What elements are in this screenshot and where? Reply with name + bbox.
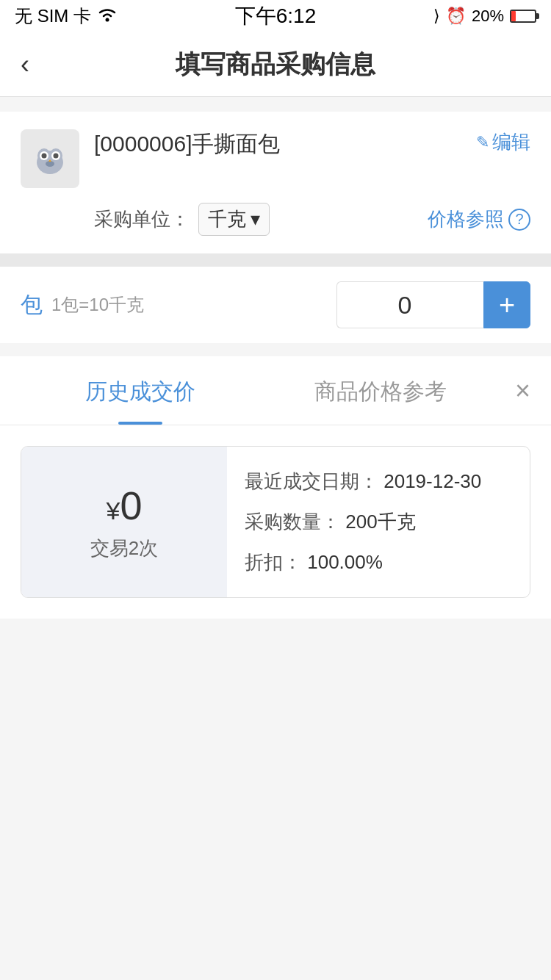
dropdown-arrow-icon: ▾	[251, 208, 260, 231]
product-thumbnail	[21, 129, 79, 188]
recent-date-row: 最近成交日期： 2019-12-30	[245, 467, 512, 496]
svg-point-0	[106, 18, 109, 22]
quantity-left: 包 1包=10千克	[21, 290, 144, 320]
question-icon: ?	[508, 209, 530, 231]
main-content: [0000006]手撕面包 ✎ 编辑 采购单位： 千克 ▾ 价格参照 ?	[0, 112, 551, 980]
status-bar-time: 下午6:12	[235, 2, 317, 30]
alarm-icon: ⏰	[446, 7, 466, 26]
purchase-quantity-row: 采购数量： 200千克	[245, 508, 512, 536]
wifi-icon	[97, 6, 118, 26]
recent-date-value: 2019-12-30	[383, 470, 481, 492]
svg-point-7	[54, 154, 59, 159]
status-bar-left: 无 SIM 卡	[15, 4, 118, 28]
svg-point-8	[46, 161, 54, 167]
edit-icon: ✎	[476, 133, 489, 152]
quantity-section: 包 1包=10千克 +	[0, 267, 551, 343]
product-name-wrap: [0000006]手撕面包	[94, 129, 280, 159]
back-button[interactable]: ‹	[21, 49, 29, 80]
product-header: [0000006]手撕面包 ✎ 编辑	[21, 129, 530, 188]
nav-bar: ‹ 填写商品采购信息	[0, 32, 551, 97]
product-unit-row: 采购单位： 千克 ▾ 价格参照 ?	[21, 203, 530, 236]
price-reference-button[interactable]: 价格参照 ?	[428, 206, 530, 232]
owl-logo-icon	[28, 137, 72, 181]
recent-date-label: 最近成交日期：	[245, 470, 378, 492]
product-name: [0000006]手撕面包	[94, 129, 280, 156]
unit-selector-wrap: 采购单位： 千克 ▾	[94, 203, 270, 236]
tabs-bar: 历史成交价 商品价格参考 ×	[0, 356, 551, 425]
battery-icon	[510, 10, 536, 23]
discount-row: 折扣： 100.00%	[245, 548, 512, 577]
price-value: 0	[120, 483, 142, 527]
unit-dropdown[interactable]: 千克 ▾	[198, 203, 270, 236]
quantity-input[interactable]	[336, 281, 483, 328]
bag-conversion-text: 1包=10千克	[51, 293, 144, 317]
svg-point-6	[42, 154, 47, 159]
quantity-plus-button[interactable]: +	[483, 281, 530, 328]
discount-value: 100.00%	[307, 551, 383, 573]
location-icon: ⟩	[433, 7, 440, 26]
tabs-close-button[interactable]: ×	[500, 361, 530, 421]
history-card: ¥0 交易2次 最近成交日期： 2019-12-30 采购数量： 200千克 折…	[21, 446, 530, 598]
unit-label: 采购单位：	[94, 206, 190, 232]
tabs-section: 历史成交价 商品价格参考 × ¥0 交易2次 最近成交日期： 2019-12-3…	[0, 356, 551, 619]
carrier-text: 无 SIM 卡	[15, 4, 91, 28]
product-section: [0000006]手撕面包 ✎ 编辑 采购单位： 千克 ▾ 价格参照 ?	[0, 112, 551, 253]
status-bar: 无 SIM 卡 下午6:12 ⟩ ⏰ 20%	[0, 0, 551, 32]
purchase-quantity-value: 200千克	[345, 511, 415, 533]
product-info: [0000006]手撕面包	[21, 129, 280, 188]
tab-history-price[interactable]: 历史成交价	[21, 356, 260, 425]
quantity-input-wrap: +	[336, 281, 530, 328]
currency-symbol: ¥	[107, 497, 120, 525]
battery-percentage: 20%	[472, 7, 504, 26]
trade-count: 交易2次	[90, 536, 158, 561]
tab-price-reference[interactable]: 商品价格参考	[260, 356, 500, 425]
history-card-details: 最近成交日期： 2019-12-30 采购数量： 200千克 折扣： 100.0…	[227, 447, 530, 597]
discount-label: 折扣：	[245, 551, 302, 573]
history-card-price-side: ¥0 交易2次	[21, 447, 227, 597]
page-title: 填写商品采购信息	[176, 48, 375, 82]
history-content: ¥0 交易2次 最近成交日期： 2019-12-30 采购数量： 200千克 折…	[0, 425, 551, 619]
purchase-quantity-label: 采购数量：	[245, 511, 340, 533]
section-divider	[0, 253, 551, 267]
status-bar-right: ⟩ ⏰ 20%	[433, 7, 536, 26]
edit-button[interactable]: ✎ 编辑	[476, 129, 530, 155]
history-price-display: ¥0	[107, 483, 143, 528]
bag-unit-label: 包	[21, 290, 43, 320]
